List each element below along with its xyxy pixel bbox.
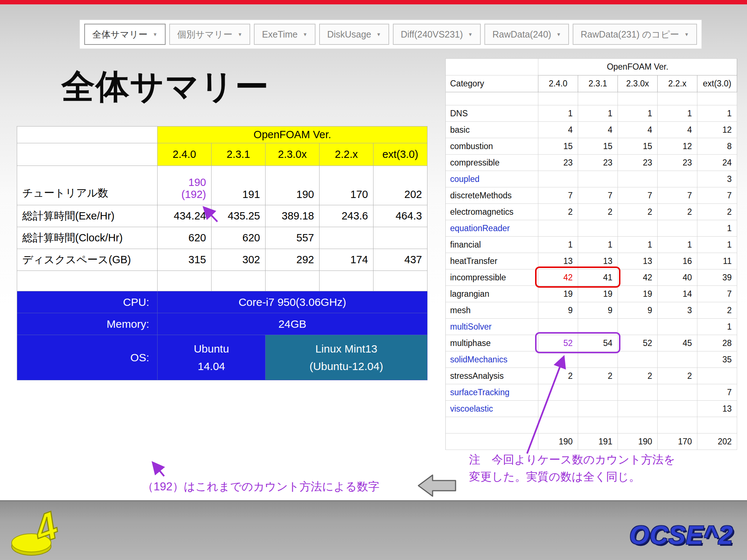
category-label: combustion: [446, 138, 538, 155]
category-value-cell: 2: [658, 204, 697, 220]
category-value-cell: [538, 220, 578, 237]
category-value-cell: 2: [538, 204, 578, 220]
sheet-tab-label: 個別サマリー: [177, 28, 233, 40]
empty-cell: [158, 271, 212, 291]
summary-empty-row: [17, 271, 427, 291]
category-value-cell: 8: [697, 138, 737, 155]
category-value-cell: [658, 351, 697, 368]
category-value-cell: 15: [538, 138, 578, 155]
category-value-cell: [618, 417, 658, 433]
category-value-cell: 4: [538, 122, 578, 138]
category-value-cell: [538, 384, 578, 401]
version-header-cell: 2.3.0x: [266, 143, 320, 166]
multiphase-highlight-box: [535, 332, 620, 353]
version-header-cell: ext(3.0): [374, 143, 427, 166]
category-value-cell: 52: [618, 335, 658, 351]
category-value-cell: 19: [538, 286, 578, 302]
legacy-count-note: （192）はこれまでのカウント方法による数字: [142, 479, 379, 494]
category-version-row: Category 2.4.02.3.12.3.0x2.2.xext(3.0): [446, 75, 737, 92]
category-row: solidMechanics35: [446, 351, 737, 368]
category-value-cell: 191: [578, 433, 618, 450]
summary-value-cell: 191: [212, 166, 266, 205]
empty-cell: [17, 127, 158, 143]
tab-bar: 全体サマリー▼個別サマリー▼ExeTime▼DiskUsage▼Diff(240…: [80, 20, 702, 49]
category-row: [446, 417, 737, 433]
category-value-cell: [658, 384, 697, 401]
summary-row: 総計算時間(Exe/Hr)434.24435.25389.18243.6464.…: [17, 205, 427, 227]
summary-value-cell: 190 (192): [158, 166, 212, 205]
empty-cell: [618, 92, 658, 105]
summary-row-label: 総計算時間(Exe/Hr): [17, 205, 158, 227]
category-value-cell: 2: [578, 204, 618, 220]
empty-cell: [17, 143, 158, 166]
category-label: incompressible: [446, 269, 538, 286]
category-value-cell: 19: [618, 286, 658, 302]
summary-value-cell: 437: [374, 249, 427, 271]
category-label: electromagnetics: [446, 204, 538, 220]
sheet-tab[interactable]: RawData(240)▼: [484, 24, 569, 45]
category-value-cell: 23: [538, 155, 578, 171]
version-header-cell: 2.2.x: [658, 75, 697, 92]
summary-table: OpenFOAM Ver. 2.4.02.3.12.3.0x2.2.xext(3…: [17, 126, 427, 380]
dropdown-caret-icon: ▼: [684, 32, 689, 37]
summary-group-header-row: OpenFOAM Ver.: [17, 127, 427, 143]
sheet-tab[interactable]: Diff(240VS231)▼: [393, 24, 481, 45]
category-row: electromagnetics22222: [446, 204, 737, 220]
legacy-note-arrow-icon: [153, 463, 164, 476]
dropdown-caret-icon: ▼: [468, 32, 473, 37]
category-value-cell: 14: [658, 286, 697, 302]
empty-cell: [578, 92, 618, 105]
sheet-tab[interactable]: 全体サマリー▼: [84, 24, 166, 45]
category-value-cell: 13: [697, 401, 737, 417]
category-value-cell: [618, 319, 658, 335]
memory-label: Memory:: [17, 313, 158, 335]
memory-value: 24GB: [158, 313, 427, 335]
category-value-cell: 7: [697, 286, 737, 302]
empty-cell: [374, 271, 427, 291]
category-value-cell: 12: [658, 138, 697, 155]
summary-value-cell: 315: [158, 249, 212, 271]
category-value-cell: 23: [618, 155, 658, 171]
summary-row-label: チュートリアル数: [17, 166, 158, 205]
sheet-tab[interactable]: DiskUsage▼: [319, 24, 389, 45]
sheet-tab[interactable]: ExeTime▼: [254, 24, 316, 45]
category-value-cell: [658, 319, 697, 335]
category-row: DNS11111: [446, 105, 737, 122]
category-value-cell: 23: [578, 155, 618, 171]
footer-bar: 4 OCSE^2: [0, 500, 747, 560]
sheet-tab[interactable]: 個別サマリー▼: [169, 24, 251, 45]
category-value-cell: 4: [578, 122, 618, 138]
empty-cell: [446, 92, 538, 105]
category-value-cell: 9: [618, 302, 658, 319]
version-header-cell: 2.2.x: [320, 143, 374, 166]
category-row: financial11111: [446, 237, 737, 253]
category-value-cell: [538, 401, 578, 417]
category-total-row: 190191190170202: [446, 433, 737, 450]
category-label: mesh: [446, 302, 538, 319]
category-value-cell: 2: [697, 204, 737, 220]
category-value-cell: 3: [658, 302, 697, 319]
category-value-cell: 202: [697, 433, 737, 450]
category-value-cell: 28: [697, 335, 737, 351]
page-title: 全体サマリー: [61, 64, 269, 109]
sheet-tab[interactable]: RawData(231) のコピー▼: [573, 24, 697, 45]
system-memory-row: Memory: 24GB: [17, 313, 427, 335]
count-method-note-line1: 注 今回よりケース数のカウント方法を: [469, 451, 675, 468]
category-value-cell: 15: [578, 138, 618, 155]
category-row: coupled3: [446, 171, 737, 187]
version-header-cell: 2.4.0: [158, 143, 212, 166]
category-row: compressible2323232324: [446, 155, 737, 171]
summary-row: 総計算時間(Clock/Hr)620620557: [17, 227, 427, 249]
category-label: discreteMethods: [446, 187, 538, 204]
category-row: discreteMethods77777: [446, 187, 737, 204]
category-value-cell: [578, 171, 618, 187]
category-value-cell: 7: [658, 187, 697, 204]
category-value-cell: 23: [658, 155, 697, 171]
empty-cell: [266, 271, 320, 291]
category-value-cell: 1: [538, 105, 578, 122]
sheet-tab-label: RawData(231) のコピー: [581, 28, 679, 40]
category-value-cell: 24: [697, 155, 737, 171]
category-value-cell: 35: [697, 351, 737, 368]
category-header-cell: Category: [446, 75, 538, 92]
category-value-cell: [578, 351, 618, 368]
